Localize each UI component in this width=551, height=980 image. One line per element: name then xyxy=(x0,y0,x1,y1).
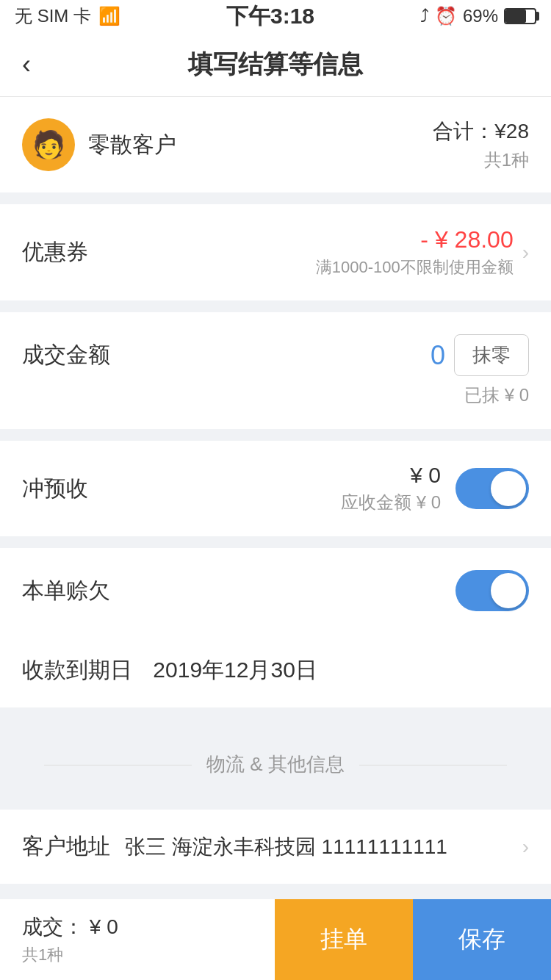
amount-value: 0 xyxy=(431,340,445,371)
toggle-knob xyxy=(491,471,526,506)
coupon-chevron-icon: › xyxy=(522,241,529,264)
debt-section: 本单赊欠 xyxy=(0,548,551,633)
customer-avatar: 🧑 xyxy=(22,118,75,171)
bottom-deal-label: 成交： xyxy=(22,915,84,938)
save-button[interactable]: 保存 xyxy=(413,899,551,980)
battery-percent: 69% xyxy=(463,6,498,26)
coupon-discount: - ¥ 28.00 xyxy=(316,226,514,253)
coupon-desc: 满1000-100不限制使用金额 xyxy=(316,256,514,278)
suspend-button[interactable]: 挂单 xyxy=(275,899,413,980)
nav-bar: ‹ 填写结算等信息 xyxy=(0,32,551,97)
status-time: 下午3:18 xyxy=(226,1,314,32)
address-section[interactable]: 客户地址 张三 海淀永丰科技园 11111111111 › xyxy=(0,810,551,884)
customer-name: 零散客户 xyxy=(88,130,176,160)
customer-total-info: 合计：¥28 共1种 xyxy=(433,118,529,172)
logistics-header: 物流 & 其他信息 xyxy=(22,737,529,792)
avatar-icon: 🧑 xyxy=(32,129,65,160)
round-zero-button[interactable]: 抹零 xyxy=(454,334,529,376)
charge-amount: ¥ 0 xyxy=(341,463,441,488)
charge-label: 冲预收 xyxy=(22,474,88,504)
customer-total: 合计：¥28 xyxy=(433,118,529,145)
charge-section: 冲预收 ¥ 0 应收金额 ¥ 0 xyxy=(0,441,551,536)
amount-section: 成交金额 0 抹零 已抹 ¥ 0 xyxy=(0,312,551,429)
status-right: ⤴ ⏰ 69% xyxy=(420,6,536,26)
debt-label: 本单赊欠 xyxy=(22,576,110,606)
back-button[interactable]: ‹ xyxy=(22,49,31,80)
page-title: 填写结算等信息 xyxy=(188,48,363,82)
due-date-label: 收款到期日 xyxy=(22,657,132,682)
address-value: 张三 海淀永丰科技园 11111111111 xyxy=(125,833,522,861)
bottom-deal-amount: ¥ 0 xyxy=(90,915,118,938)
amount-label: 成交金额 xyxy=(22,340,110,370)
logistics-header-wrapper: 物流 & 其他信息 xyxy=(0,719,551,810)
customer-info: 🧑 零散客户 xyxy=(22,118,176,171)
due-date-section: 收款到期日 2019年12月30日 xyxy=(0,633,551,707)
due-date-value: 2019年12月30日 xyxy=(153,657,317,682)
charge-toggle[interactable] xyxy=(455,468,529,509)
main-content: 🧑 零散客户 合计：¥28 共1种 优惠券 - ¥ 28.00 满1000-10… xyxy=(0,97,551,972)
charge-amounts: ¥ 0 应收金额 ¥ 0 xyxy=(341,463,441,514)
coupon-row[interactable]: 优惠券 - ¥ 28.00 满1000-100不限制使用金额 › xyxy=(0,204,551,300)
amount-right: 0 抹零 xyxy=(431,334,529,376)
logistics-title: 物流 & 其他信息 xyxy=(192,752,359,777)
bottom-summary: 成交： ¥ 0 共1种 xyxy=(0,899,275,980)
no-sim-text: 无 SIM 卡 xyxy=(15,4,91,28)
status-left: 无 SIM 卡 📶 xyxy=(15,4,120,28)
bottom-summary-main: 成交： ¥ 0 xyxy=(22,913,253,941)
debt-toggle[interactable] xyxy=(455,570,529,611)
charge-receivable: 应收金额 ¥ 0 xyxy=(341,491,441,514)
status-bar: 无 SIM 卡 📶 下午3:18 ⤴ ⏰ 69% xyxy=(0,0,551,32)
location-icon: ⤴ xyxy=(420,6,429,26)
bottom-bar: 成交： ¥ 0 共1种 挂单 保存 xyxy=(0,899,551,980)
bottom-summary-count: 共1种 xyxy=(22,944,253,966)
alarm-icon: ⏰ xyxy=(435,6,457,26)
charge-right: ¥ 0 应收金额 ¥ 0 xyxy=(341,463,529,514)
customer-row: 🧑 零散客户 合计：¥28 共1种 xyxy=(0,97,551,192)
debt-wrapper: 本单赊欠 收款到期日 2019年12月30日 xyxy=(0,548,551,707)
coupon-values: - ¥ 28.00 满1000-100不限制使用金额 xyxy=(316,226,514,278)
coupon-right: - ¥ 28.00 满1000-100不限制使用金额 › xyxy=(316,226,529,278)
amount-row: 成交金额 0 抹零 xyxy=(22,334,529,376)
wifi-icon: 📶 xyxy=(98,6,120,26)
address-chevron-icon: › xyxy=(522,835,529,859)
debt-toggle-knob xyxy=(491,573,526,608)
amount-sub-label: 已抹 ¥ 0 xyxy=(22,383,529,407)
customer-count: 共1种 xyxy=(433,148,529,172)
battery-icon xyxy=(504,8,536,24)
address-label: 客户地址 xyxy=(22,832,110,862)
coupon-section[interactable]: 优惠券 - ¥ 28.00 满1000-100不限制使用金额 › xyxy=(0,204,551,300)
coupon-label: 优惠券 xyxy=(22,237,88,267)
